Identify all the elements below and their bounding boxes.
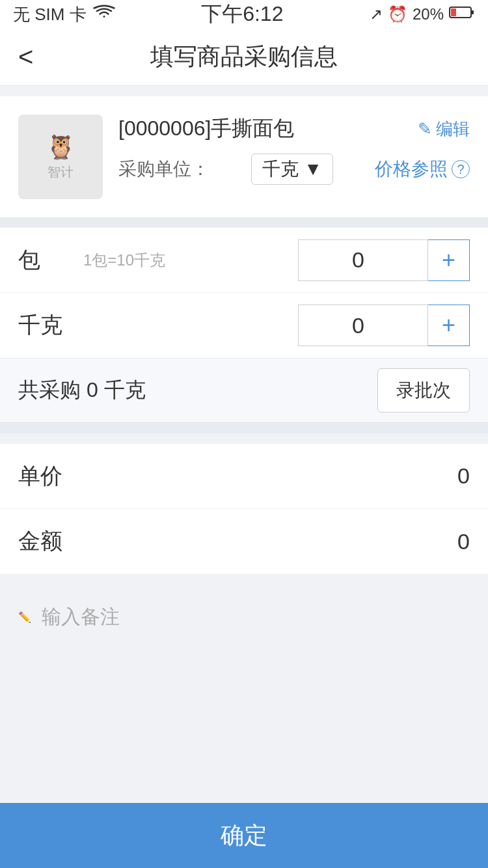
kg-input-control: + bbox=[298, 305, 470, 346]
remark-placeholder: 输入备注 bbox=[42, 604, 120, 631]
bag-sublabel: 1包=10千克 bbox=[83, 250, 285, 271]
nav-bar: < 填写商品采购信息 bbox=[0, 29, 488, 86]
svg-rect-2 bbox=[451, 8, 456, 16]
brand-logo-icon: 🦉 bbox=[46, 133, 75, 161]
price-reference-button[interactable]: 价格参照 ? bbox=[375, 157, 470, 182]
product-name: [0000006]手撕面包 bbox=[118, 115, 294, 143]
kg-label: 千克 bbox=[18, 310, 70, 340]
svg-rect-1 bbox=[471, 10, 474, 14]
location-icon: ↗ bbox=[370, 5, 383, 23]
unit-price-row: 单价 0 bbox=[0, 444, 488, 509]
battery-icon bbox=[449, 5, 475, 23]
product-info: [0000006]手撕面包 ✎ 编辑 采购单位： 千克 ▼ 价格参照 ? bbox=[118, 115, 470, 185]
time-display: 下午6:12 bbox=[201, 0, 283, 29]
unit-price-label: 单价 bbox=[18, 461, 62, 491]
unit-value: 千克 bbox=[262, 157, 299, 182]
price-section: 单价 0 金额 0 bbox=[0, 444, 488, 574]
amount-row: 金额 0 bbox=[0, 509, 488, 574]
section-divider-2 bbox=[0, 423, 488, 433]
unit-select-dropdown[interactable]: 千克 ▼ bbox=[251, 154, 333, 185]
product-name-row: [0000006]手撕面包 ✎ 编辑 bbox=[118, 115, 470, 143]
back-button[interactable]: < bbox=[18, 42, 33, 72]
product-card: 🦉 智计 [0000006]手撕面包 ✎ 编辑 采购单位： 千克 ▼ 价格参照 bbox=[0, 96, 488, 217]
page-title: 填写商品采购信息 bbox=[150, 41, 338, 73]
bag-input-row: 包 1包=10千克 + bbox=[0, 228, 488, 293]
remark-section[interactable]: ✏️ 输入备注 bbox=[0, 584, 488, 649]
bag-plus-button[interactable]: + bbox=[428, 239, 470, 281]
amount-label: 金额 bbox=[18, 526, 62, 556]
status-bar: 无 SIM 卡 下午6:12 ↗ ⏰ 20% bbox=[0, 0, 488, 29]
bag-input-control: + bbox=[298, 239, 470, 281]
unit-price-value: 0 bbox=[457, 463, 470, 489]
purchase-unit-row: 采购单位： 千克 ▼ 价格参照 ? bbox=[118, 154, 470, 185]
kg-input-row: 千克 + bbox=[0, 293, 488, 358]
edit-icon: ✎ bbox=[418, 119, 432, 139]
status-right: ↗ ⏰ 20% bbox=[370, 5, 475, 23]
kg-quantity-input[interactable] bbox=[298, 305, 428, 346]
bottom-spacer bbox=[0, 649, 488, 803]
dropdown-arrow-icon: ▼ bbox=[304, 159, 322, 180]
kg-plus-button[interactable]: + bbox=[428, 305, 470, 346]
brand-label: 智计 bbox=[47, 163, 74, 181]
alarm-icon: ⏰ bbox=[388, 5, 407, 23]
bag-label: 包 bbox=[18, 245, 70, 275]
confirm-button[interactable]: 确定 bbox=[0, 803, 488, 868]
amount-value: 0 bbox=[457, 529, 470, 554]
summary-text: 共采购 0 千克 bbox=[18, 376, 146, 405]
help-icon: ? bbox=[452, 160, 470, 178]
bag-quantity-input[interactable] bbox=[298, 239, 428, 281]
status-left: 无 SIM 卡 bbox=[13, 3, 115, 26]
section-divider-1 bbox=[0, 217, 488, 228]
batch-record-button[interactable]: 录批次 bbox=[377, 368, 470, 413]
pencil-icon: ✏️ bbox=[18, 611, 31, 623]
carrier-text: 无 SIM 卡 bbox=[13, 3, 87, 26]
battery-text: 20% bbox=[413, 5, 444, 23]
wifi-icon bbox=[93, 5, 115, 25]
edit-button[interactable]: ✎ 编辑 bbox=[418, 118, 470, 141]
product-image: 🦉 智计 bbox=[18, 115, 103, 199]
quantity-inputs-section: 包 1包=10千克 + 千克 + bbox=[0, 228, 488, 358]
summary-row: 共采购 0 千克 录批次 bbox=[0, 358, 488, 423]
purchase-unit-label: 采购单位： bbox=[118, 157, 210, 182]
